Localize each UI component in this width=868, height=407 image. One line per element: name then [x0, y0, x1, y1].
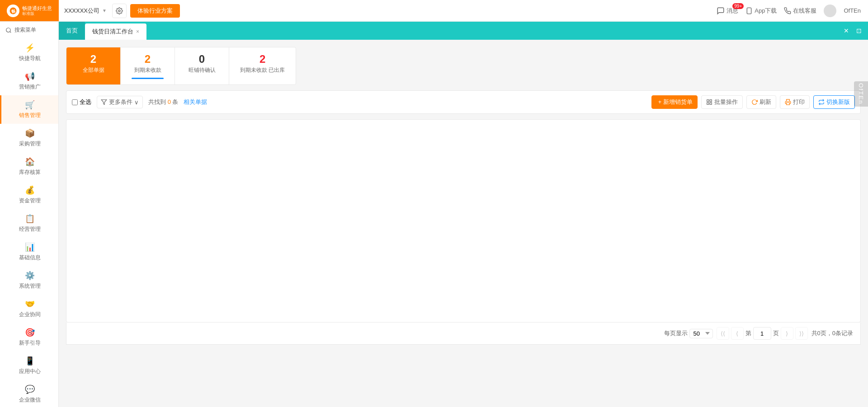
- sidebar-item-label: 企业协同: [19, 311, 41, 318]
- found-text: 共找到 0 条: [148, 98, 178, 106]
- cooperation-icon: 🤝: [25, 299, 35, 309]
- tab-work-table[interactable]: 钱货日清工作台 ×: [85, 23, 146, 40]
- logo-icon: 畅: [7, 5, 19, 17]
- summary-card-wangpu[interactable]: 0 旺铺待确认: [175, 47, 229, 84]
- summary-card-shipped[interactable]: 2 到期未收款 已出库: [229, 47, 296, 84]
- filter-icon: [101, 99, 107, 105]
- chevron-down-icon: ▼: [102, 8, 107, 13]
- sidebar-item-quick-nav[interactable]: ⚡ 快捷导航: [0, 38, 58, 67]
- sidebar-item-label: 经营管理: [19, 225, 41, 233]
- sidebar-item-label: 基础信息: [19, 254, 41, 262]
- toolbar-right: + 新增销货单 批量操作 刷新: [651, 95, 855, 109]
- page-label: 第: [745, 329, 751, 337]
- card-underline: [132, 78, 164, 79]
- svg-rect-10: [710, 103, 712, 104]
- search-menu-button[interactable]: 搜索菜单: [0, 22, 58, 38]
- logo-subtitle: 标准版: [22, 11, 52, 17]
- trial-button[interactable]: 体验行业方案: [130, 4, 180, 18]
- sidebar-item-label: 采购管理: [19, 140, 41, 148]
- table-area: [66, 119, 861, 323]
- sidebar-item-finance[interactable]: 💰 资金管理: [0, 181, 58, 209]
- sidebar-item-guide[interactable]: 🎯 新手引导: [0, 323, 58, 351]
- page-number-input[interactable]: [753, 327, 771, 340]
- add-order-button[interactable]: + 新增销货单: [651, 95, 698, 109]
- settings-button[interactable]: [112, 4, 127, 18]
- card-shipped-num: 2: [240, 53, 285, 65]
- tab-close-button[interactable]: ✕: [841, 25, 852, 36]
- sales-icon: 🛒: [25, 100, 35, 110]
- svg-marker-7: [101, 100, 107, 105]
- wechat-icon: 💬: [25, 384, 35, 394]
- sidebar-item-label: 企业微信: [19, 396, 41, 404]
- card-overdue-num: 2: [132, 53, 164, 65]
- message-badge: 99+: [732, 3, 744, 9]
- operations-icon: 📋: [25, 214, 35, 224]
- svg-line-6: [10, 31, 11, 33]
- summary-cards: 2 全部单据 2 到期未收款 0 旺铺待确认 2 到期未收款 已出库: [66, 47, 296, 85]
- found-count: 0: [168, 98, 171, 105]
- select-all-checkbox[interactable]: 全选: [72, 98, 91, 106]
- all-checkbox-input[interactable]: [72, 99, 78, 105]
- page-size-dropdown[interactable]: 50 10 20 100: [689, 329, 713, 338]
- filter-button[interactable]: 更多条件 ∨: [97, 96, 143, 108]
- sidebar-item-operations[interactable]: 📋 经营管理: [0, 209, 58, 238]
- sidebar-item-label: 系统管理: [19, 282, 41, 290]
- page-total: 共0页，0条记录: [811, 329, 853, 337]
- pagination: 每页显示 50 10 20 100 ⟨⟨ ⟨ 第 页 ⟩ ⟩⟩ 共0页，0条记录: [66, 323, 861, 345]
- svg-rect-11: [707, 103, 709, 104]
- sidebar-item-system[interactable]: ⚙️ 系统管理: [0, 266, 58, 295]
- main-content: 2 全部单据 2 到期未收款 0 旺铺待确认 2 到期未收款 已出库 全选 更多…: [59, 40, 868, 407]
- page-size-label: 每页显示: [664, 329, 688, 337]
- tab-maximize-button[interactable]: ⊡: [854, 25, 864, 36]
- sidebar-item-label: 新手引导: [19, 339, 41, 347]
- first-page-button[interactable]: ⟨⟨: [717, 327, 729, 340]
- quick-nav-icon: ⚡: [25, 43, 35, 53]
- tabs-actions: ✕ ⊡: [841, 25, 868, 36]
- sidebar-item-marketing[interactable]: 📢 营销推广: [0, 67, 58, 95]
- tab-close-icon[interactable]: ×: [136, 28, 139, 35]
- sidebar-item-label: 库存核算: [19, 168, 41, 176]
- toolbar: 全选 更多条件 ∨ 共找到 0 条 相关单据 + 新增销货单: [66, 90, 861, 114]
- header-right: 消息 99+ App下载 在线客服 OfTEn: [717, 5, 868, 17]
- finance-icon: 💰: [25, 185, 35, 195]
- card-wangpu-num: 0: [186, 53, 218, 65]
- sidebar-item-label: 营销推广: [19, 83, 41, 91]
- print-icon: [785, 99, 791, 105]
- print-button[interactable]: 打印: [780, 95, 810, 109]
- sidebar-item-inventory[interactable]: 🏠 库存核算: [0, 152, 58, 181]
- tab-home[interactable]: 首页: [59, 22, 85, 40]
- next-page-button[interactable]: ⟩: [781, 327, 793, 340]
- switch-version-button[interactable]: 切换新版: [813, 95, 855, 109]
- related-orders-link[interactable]: 相关单据: [184, 98, 207, 106]
- sidebar-item-base-info[interactable]: 📊 基础信息: [0, 238, 58, 266]
- prev-page-button[interactable]: ⟨: [731, 327, 744, 340]
- company-selector[interactable]: XXXXXX公司 ▼: [59, 7, 112, 15]
- sidebar-item-sales[interactable]: 🛒 销售管理: [0, 95, 58, 124]
- svg-rect-12: [787, 103, 790, 105]
- company-name: XXXXXX公司: [64, 7, 99, 15]
- marketing-icon: 📢: [25, 71, 35, 81]
- message-button[interactable]: 消息 99+: [717, 7, 738, 15]
- logo-title: 畅捷通好生意: [22, 5, 52, 11]
- card-shipped-label: 到期未收款 已出库: [240, 66, 285, 74]
- batch-operation-button[interactable]: 批量操作: [701, 95, 743, 109]
- system-icon: ⚙️: [25, 271, 35, 281]
- card-all-label: 全部单据: [77, 66, 109, 74]
- sidebar-item-purchase[interactable]: 📦 采购管理: [0, 124, 58, 152]
- sidebar-item-wechat[interactable]: 💬 企业微信: [0, 380, 58, 407]
- card-wangpu-label: 旺铺待确认: [186, 66, 218, 74]
- online-service-button[interactable]: 在线客服: [784, 7, 816, 15]
- select-all-label: 全选: [80, 98, 91, 106]
- tab-work-table-label: 钱货日清工作台: [92, 28, 133, 36]
- summary-card-all[interactable]: 2 全部单据: [66, 47, 121, 84]
- last-page-button[interactable]: ⟩⟩: [795, 327, 808, 340]
- purchase-icon: 📦: [25, 128, 35, 138]
- page-size-select: 每页显示 50 10 20 100: [664, 329, 713, 338]
- sidebar-item-apps[interactable]: 📱 应用中心: [0, 351, 58, 380]
- summary-card-overdue[interactable]: 2 到期未收款: [121, 47, 175, 84]
- avatar[interactable]: [824, 5, 836, 17]
- sidebar-item-cooperation[interactable]: 🤝 企业协同: [0, 295, 58, 323]
- refresh-button[interactable]: 刷新: [746, 95, 776, 109]
- page-suffix: 页: [773, 329, 779, 337]
- app-download-button[interactable]: App下载: [745, 7, 777, 15]
